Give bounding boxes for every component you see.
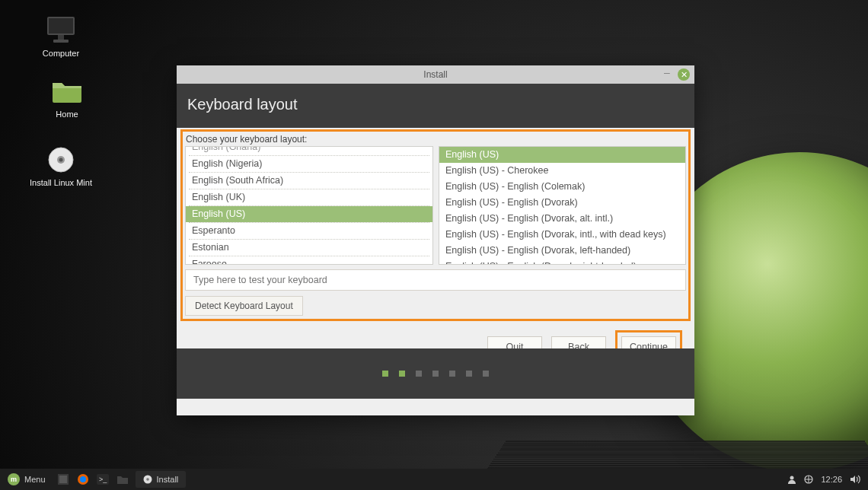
progress-dot [432,371,439,377]
computer-icon [43,15,79,46]
installer-window: Install – ✕ Keyboard layout Choose your … [177,65,694,415]
user-icon[interactable] [787,475,796,484]
svg-point-7 [59,158,63,162]
progress-dot [449,371,455,377]
list-item[interactable]: Estonian [186,240,432,256]
svg-point-16 [790,476,794,480]
svg-rect-1 [49,18,73,33]
layout-prompt: Choose your keyboard layout: [186,134,307,145]
svg-rect-3 [53,40,69,43]
list-item[interactable]: English (US) - English (Dvorak, left-han… [439,243,685,259]
list-item[interactable]: English (US) - English (Dvorak, alt. int… [439,211,685,227]
progress-dot [382,371,388,377]
page-heading: Keyboard layout [177,84,694,128]
files-icon[interactable] [114,472,131,487]
close-button[interactable]: ✕ [678,68,690,81]
list-item[interactable]: Esperanto [186,223,432,239]
window-titlebar[interactable]: Install – ✕ [177,65,694,84]
svg-text:>_: >_ [99,476,107,483]
list-item[interactable]: English (US) - English (Dvorak, intl., w… [439,227,685,243]
task-label: Install [157,475,179,484]
progress-dots [177,348,694,399]
desktop-icon-home[interactable]: Home [37,76,97,119]
svg-rect-9 [59,476,67,483]
desktop-icon-label: Home [37,110,97,119]
svg-point-11 [80,476,86,482]
clock[interactable]: 12:26 [821,475,842,484]
desktop-icon-install[interactable]: Install Linux Mint [21,145,101,187]
firefox-icon[interactable] [75,472,91,487]
list-item[interactable]: English (South Africa) [186,173,432,189]
list-item[interactable]: English (US) - English (Dvorak) [439,195,685,211]
taskbar: m Menu >_ Install 12:26 [0,469,868,490]
mint-logo-icon: m [8,473,20,485]
list-item[interactable]: English (Ghana) [186,146,432,155]
progress-dot [416,371,422,377]
layout-language-list[interactable]: English (Ghana) English (Nigeria) Englis… [185,146,433,265]
progress-dot [466,371,472,377]
system-tray: 12:26 [787,475,868,484]
disc-icon [43,145,79,175]
list-item[interactable]: English (UK) [186,189,432,205]
minimize-button[interactable]: – [661,68,673,81]
list-item[interactable]: English (Nigeria) [186,156,432,172]
list-item[interactable]: English (US) - English (Dvorak, right-ha… [439,259,685,265]
volume-icon[interactable] [850,475,860,484]
desktop-icon-label: Computer [30,49,91,58]
list-item[interactable]: English (US) - Cherokee [439,163,685,179]
svg-rect-2 [58,35,64,40]
svg-point-15 [146,478,149,481]
disc-icon [143,475,152,484]
menu-label: Menu [24,475,46,484]
desktop-icon-label: Install Linux Mint [21,178,101,187]
keyboard-test-input[interactable] [185,269,686,291]
progress-dot [483,371,489,377]
folder-icon [49,76,85,107]
menu-button[interactable]: m Menu [0,469,53,490]
layout-variant-list[interactable]: English (US) English (US) - Cherokee Eng… [439,146,686,265]
network-icon[interactable] [804,475,813,484]
progress-dot [399,371,405,377]
list-item[interactable]: English (US) - English (Colemak) [439,179,685,195]
desktop-icon-computer[interactable]: Computer [30,15,91,58]
list-item-selected[interactable]: English (US) [439,147,685,163]
show-desktop-icon[interactable] [55,472,72,487]
terminal-icon[interactable]: >_ [94,472,111,487]
window-title: Install [423,69,447,80]
taskbar-task-install[interactable]: Install [136,471,187,488]
list-item-selected[interactable]: English (US) [186,206,432,222]
detect-layout-button[interactable]: Detect Keyboard Layout [185,296,303,316]
list-item[interactable]: Faroese [186,256,432,265]
